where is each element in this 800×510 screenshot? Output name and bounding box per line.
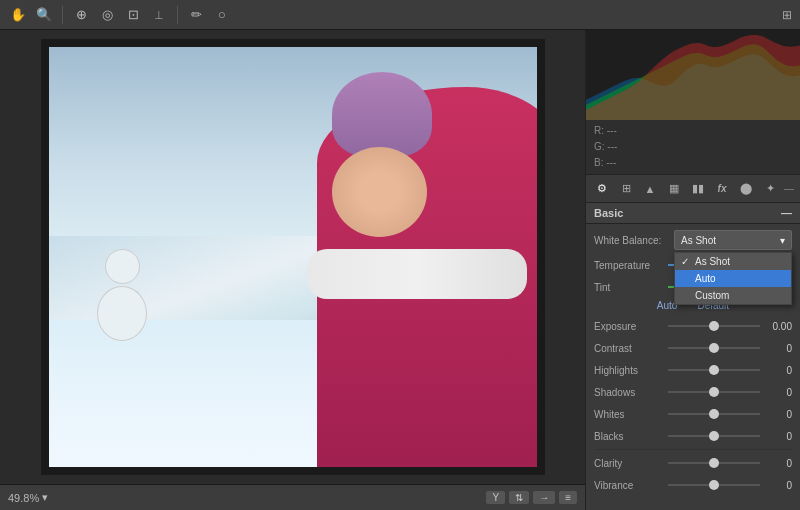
whites-thumb[interactable] xyxy=(709,409,719,419)
crop-straighten-tool[interactable]: ⊡ xyxy=(123,5,143,25)
toolbar-separator-1 xyxy=(62,6,63,24)
highlights-track[interactable] xyxy=(668,369,760,371)
exposure-thumb[interactable] xyxy=(709,321,719,331)
circle-tool[interactable]: ○ xyxy=(212,5,232,25)
snowman xyxy=(97,249,147,341)
contrast-thumb[interactable] xyxy=(709,343,719,353)
white-balance-label: White Balance: xyxy=(594,235,674,246)
vibrance-value: 0 xyxy=(764,480,792,491)
grid-panel-icon[interactable]: ⊞ xyxy=(616,179,636,199)
split-tone-icon[interactable]: ▮▮ xyxy=(688,179,708,199)
contrast-track[interactable] xyxy=(668,347,760,349)
b-reading: --- xyxy=(606,157,616,168)
section-divider xyxy=(594,449,792,450)
bottom-status-bar: 49.8% ▾ Y ⇅ → ≡ xyxy=(0,484,585,510)
contrast-label: Contrast xyxy=(594,343,664,354)
basic-section-body: White Balance: As Shot ▾ As Shot Auto Cu… xyxy=(586,224,800,504)
girl-scarf xyxy=(307,249,527,299)
transform-tool[interactable]: ⟂ xyxy=(149,5,169,25)
clarity-row: Clarity 0 xyxy=(594,454,792,472)
blacks-value: 0 xyxy=(764,431,792,442)
camera-panel-icon[interactable]: ⬤ xyxy=(736,179,756,199)
snowman-body xyxy=(97,286,147,341)
white-balance-menu: As Shot Auto Custom xyxy=(674,252,792,305)
contrast-value: 0 xyxy=(764,343,792,354)
hsl-panel-icon[interactable]: ▦ xyxy=(664,179,684,199)
wb-option-as-shot[interactable]: As Shot xyxy=(675,253,791,270)
b-label: B: xyxy=(594,157,603,168)
triangle-panel-icon[interactable]: ▲ xyxy=(640,179,660,199)
shadows-thumb[interactable] xyxy=(709,387,719,397)
exposure-label: Exposure xyxy=(594,321,664,332)
section-collapse-icon: — xyxy=(781,207,792,219)
y-icon[interactable]: Y xyxy=(486,491,505,504)
tint-label: Tint xyxy=(594,282,664,293)
panel-collapse-btn[interactable]: — xyxy=(784,183,794,194)
vibrance-label: Vibrance xyxy=(594,480,664,491)
blacks-track[interactable] xyxy=(668,435,760,437)
r-label: R: xyxy=(594,125,604,136)
whites-value: 0 xyxy=(764,409,792,420)
whites-label: Whites xyxy=(594,409,664,420)
clarity-track[interactable] xyxy=(668,462,760,464)
lens-panel-icon[interactable]: ✦ xyxy=(760,179,780,199)
wb-option-custom[interactable]: Custom xyxy=(675,287,791,304)
exposure-row: Exposure 0.00 xyxy=(594,317,792,335)
shadows-track[interactable] xyxy=(668,391,760,393)
white-balance-dropdown[interactable]: As Shot ▾ xyxy=(674,230,792,250)
expand-button[interactable]: ⊞ xyxy=(782,8,792,22)
bottom-right-icons: Y ⇅ → ≡ xyxy=(486,491,577,504)
wb-dropdown-arrow: ▾ xyxy=(780,235,785,246)
whites-track[interactable] xyxy=(668,413,760,415)
basic-section-header[interactable]: Basic — xyxy=(586,203,800,224)
eyedropper-tool[interactable]: ⊕ xyxy=(71,5,91,25)
r-reading: --- xyxy=(607,125,617,136)
brush-tool[interactable]: ✏ xyxy=(186,5,206,25)
canvas-area xyxy=(0,30,585,484)
zoom-tool[interactable]: 🔍 xyxy=(34,5,54,25)
highlights-row: Highlights 0 xyxy=(594,361,792,379)
blacks-label: Blacks xyxy=(594,431,664,442)
snowman-head xyxy=(105,249,140,284)
r-value: R: --- xyxy=(594,123,792,139)
zoom-dropdown-arrow[interactable]: ▾ xyxy=(42,491,48,504)
highlights-label: Highlights xyxy=(594,365,664,376)
g-label: G: xyxy=(594,141,605,152)
arrow-icon[interactable]: → xyxy=(533,491,555,504)
vibrance-track[interactable] xyxy=(668,484,760,486)
shadows-label: Shadows xyxy=(594,387,664,398)
main-sliders: Exposure 0.00 Contrast 0 xyxy=(594,317,792,445)
blacks-row: Blacks 0 xyxy=(594,427,792,445)
toolbar-separator-2 xyxy=(177,6,178,24)
highlights-thumb[interactable] xyxy=(709,365,719,375)
fx-panel-icon[interactable]: fx xyxy=(712,179,732,199)
spot-removal-tool[interactable]: ◎ xyxy=(97,5,117,25)
clarity-label: Clarity xyxy=(594,458,664,469)
histogram xyxy=(586,30,800,120)
panel-toolbar: ⚙ ⊞ ▲ ▦ ▮▮ fx ⬤ ✦ — xyxy=(586,175,800,203)
b-value: B: --- xyxy=(594,155,792,171)
clarity-thumb[interactable] xyxy=(709,458,719,468)
zoom-display: 49.8% ▾ xyxy=(8,491,48,504)
temperature-label: Temperature xyxy=(594,260,664,271)
vibrance-thumb[interactable] xyxy=(709,480,719,490)
menu-icon[interactable]: ≡ xyxy=(559,491,577,504)
settings-panel-icon[interactable]: ⚙ xyxy=(592,179,612,199)
blacks-thumb[interactable] xyxy=(709,431,719,441)
basic-section-title: Basic xyxy=(594,207,623,219)
contrast-row: Contrast 0 xyxy=(594,339,792,357)
highlights-value: 0 xyxy=(764,365,792,376)
exposure-track[interactable] xyxy=(668,325,760,327)
panel-content: Basic — White Balance: As Shot ▾ As Shot… xyxy=(586,203,800,510)
main-area: 49.8% ▾ Y ⇅ → ≡ xyxy=(0,30,800,510)
histogram-chart xyxy=(586,30,800,120)
sync-icon[interactable]: ⇅ xyxy=(509,491,529,504)
wb-option-auto[interactable]: Auto xyxy=(675,270,791,287)
photo-frame xyxy=(41,39,545,475)
g-value: G: --- xyxy=(594,139,792,155)
right-panel: R: --- G: --- B: --- ⚙ ⊞ ▲ ▦ ▮▮ fx ⬤ ✦ — xyxy=(585,30,800,510)
zoom-value: 49.8% xyxy=(8,492,39,504)
rgb-values: R: --- G: --- B: --- xyxy=(586,120,800,175)
hand-tool[interactable]: ✋ xyxy=(8,5,28,25)
clarity-value: 0 xyxy=(764,458,792,469)
